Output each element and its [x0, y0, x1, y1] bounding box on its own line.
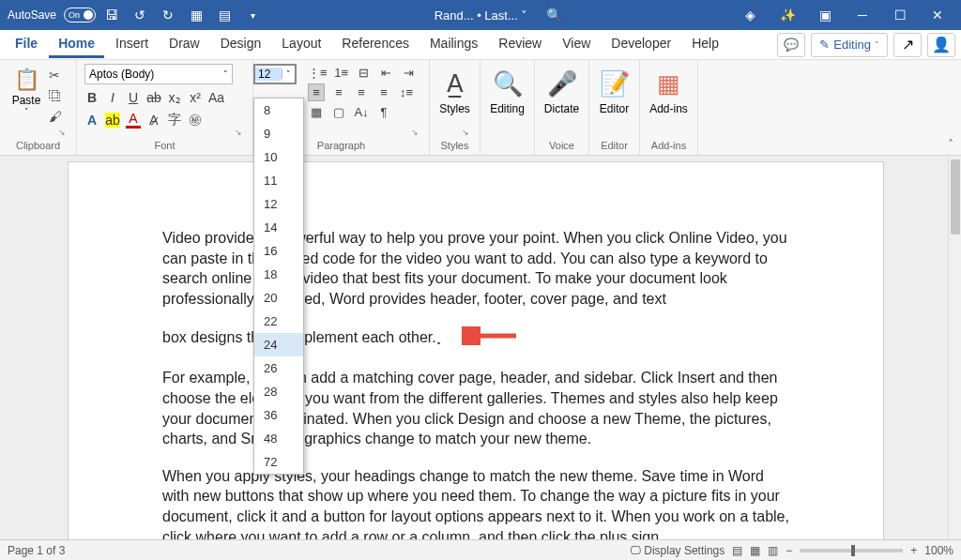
paste-button[interactable]: 📋 Paste ˅: [8, 64, 45, 124]
multilevel-button[interactable]: ⊟: [356, 66, 373, 80]
change-case-button[interactable]: Aa: [208, 90, 224, 105]
zoom-in-button[interactable]: +: [910, 544, 917, 557]
tab-help[interactable]: Help: [682, 31, 728, 58]
search-icon[interactable]: 🔍: [546, 8, 562, 23]
font-size-option-36[interactable]: 36: [254, 403, 303, 427]
strike-button[interactable]: ab: [146, 90, 161, 105]
qat-icon-2[interactable]: ▤: [212, 3, 236, 27]
underline-button[interactable]: U: [126, 90, 141, 105]
borders-button[interactable]: ▢: [330, 105, 347, 119]
minimize-button[interactable]: ─: [845, 2, 880, 28]
collapse-ribbon-button[interactable]: ˄: [948, 138, 953, 151]
undo-icon[interactable]: ↺: [128, 3, 152, 27]
styles-launcher[interactable]: ↘: [462, 128, 469, 137]
window-icon[interactable]: ▣: [807, 2, 843, 28]
decrease-indent-button[interactable]: ⇤: [378, 66, 395, 80]
font-size-option-8[interactable]: 8: [254, 98, 303, 122]
show-marks-button[interactable]: ¶: [375, 105, 392, 119]
editing-button[interactable]: 🔍 Editing: [488, 64, 526, 115]
tab-review[interactable]: Review: [489, 31, 551, 58]
font-size-option-16[interactable]: 16: [254, 239, 303, 263]
phonetic-button[interactable]: 字: [167, 112, 182, 129]
font-size-option-11[interactable]: 11: [254, 169, 303, 192]
maximize-button[interactable]: ☐: [882, 2, 918, 28]
tab-view[interactable]: View: [553, 31, 600, 58]
editing-mode-button[interactable]: ✎ Editing ˅: [811, 33, 888, 57]
qat-icon-1[interactable]: ▦: [184, 3, 208, 27]
view-read-icon[interactable]: ▤: [732, 544, 742, 557]
font-size-option-26[interactable]: 26: [254, 356, 303, 380]
font-size-option-14[interactable]: 14: [254, 216, 303, 239]
clear-format-button[interactable]: A̷: [146, 113, 161, 128]
save-icon[interactable]: 🖫: [99, 3, 124, 27]
bold-button[interactable]: B: [84, 90, 99, 105]
copy-icon[interactable]: ⿻: [49, 88, 62, 103]
font-size-option-28[interactable]: 28: [254, 380, 303, 403]
bullets-button[interactable]: ⋮≡: [308, 66, 328, 80]
subscript-button[interactable]: x₂: [167, 90, 182, 105]
zoom-slider[interactable]: [800, 549, 903, 552]
comments-button[interactable]: 💬: [777, 33, 805, 57]
diamond-icon[interactable]: ◈: [732, 2, 768, 28]
enclose-button[interactable]: ㊙: [188, 112, 203, 129]
tab-design[interactable]: Design: [211, 31, 271, 58]
font-size-option-20[interactable]: 20: [254, 286, 303, 310]
cut-icon[interactable]: ✂: [49, 68, 62, 83]
zoom-out-button[interactable]: −: [786, 544, 792, 557]
font-size-option-9[interactable]: 9: [254, 122, 303, 145]
tab-file[interactable]: File: [6, 31, 47, 58]
view-web-icon[interactable]: ▥: [768, 544, 778, 557]
increase-indent-button[interactable]: ⇥: [401, 66, 418, 80]
scrollbar-thumb[interactable]: [951, 159, 960, 235]
vertical-scrollbar[interactable]: [948, 156, 961, 539]
superscript-button[interactable]: x²: [188, 90, 203, 105]
tab-layout[interactable]: Layout: [272, 31, 330, 58]
font-size-option-12[interactable]: 12: [254, 192, 303, 216]
tab-draw[interactable]: Draw: [160, 31, 209, 58]
font-launcher[interactable]: ↘: [235, 128, 242, 137]
tab-home[interactable]: Home: [49, 31, 104, 58]
font-size-option-22[interactable]: 22: [254, 310, 303, 333]
wand-icon[interactable]: ✨: [770, 2, 805, 28]
format-painter-icon[interactable]: 🖌: [49, 109, 62, 124]
tab-mailings[interactable]: Mailings: [420, 31, 487, 58]
document-title[interactable]: Rand... • Last... ˅: [435, 8, 528, 23]
font-color-button[interactable]: A: [126, 111, 141, 129]
account-button[interactable]: 👤: [927, 33, 955, 57]
font-size-select[interactable]: 12 ˅: [253, 64, 297, 84]
document-page[interactable]: Video provides a powerful way to help yo…: [68, 161, 884, 539]
italic-button[interactable]: I: [105, 90, 120, 105]
align-left-button[interactable]: ≡: [308, 83, 325, 101]
editor-button[interactable]: 📝 Editor: [597, 64, 632, 115]
addins-button[interactable]: ▦ Add-ins: [648, 64, 690, 115]
font-size-option-10[interactable]: 10: [254, 145, 303, 169]
tab-references[interactable]: References: [332, 31, 419, 58]
qat-customize-icon[interactable]: ▾: [240, 3, 265, 27]
styles-button[interactable]: A̲ Styles: [437, 64, 472, 115]
line-spacing-button[interactable]: ↕≡: [398, 85, 415, 99]
sort-button[interactable]: A↓: [353, 105, 370, 119]
text-effects-button[interactable]: A: [84, 113, 99, 128]
font-family-select[interactable]: Aptos (Body) ˅: [84, 64, 233, 84]
font-size-option-24[interactable]: 24: [254, 333, 303, 356]
align-right-button[interactable]: ≡: [353, 85, 370, 99]
font-size-option-18[interactable]: 18: [254, 263, 303, 286]
zoom-level[interactable]: 100%: [924, 544, 953, 557]
share-button[interactable]: ↗: [893, 33, 922, 57]
shading-button[interactable]: ▦: [308, 105, 325, 119]
paragraph-launcher[interactable]: ↘: [411, 128, 419, 137]
align-center-button[interactable]: ≡: [330, 85, 347, 99]
justify-button[interactable]: ≡: [375, 85, 392, 99]
redo-icon[interactable]: ↻: [156, 3, 180, 27]
numbering-button[interactable]: 1≡: [333, 66, 350, 80]
close-button[interactable]: ✕: [920, 2, 955, 28]
paragraph-3[interactable]: When you apply styles, your headings cha…: [162, 466, 789, 539]
font-size-option-72[interactable]: 72: [254, 450, 303, 474]
highlight-button[interactable]: ab: [105, 113, 120, 128]
clipboard-launcher[interactable]: ↘: [58, 128, 66, 137]
view-print-icon[interactable]: ▦: [750, 544, 760, 557]
autosave-toggle[interactable]: On: [64, 8, 96, 23]
tab-insert[interactable]: Insert: [106, 31, 158, 58]
display-settings-button[interactable]: 🖵 Display Settings: [630, 544, 725, 557]
tab-developer[interactable]: Developer: [602, 31, 680, 58]
